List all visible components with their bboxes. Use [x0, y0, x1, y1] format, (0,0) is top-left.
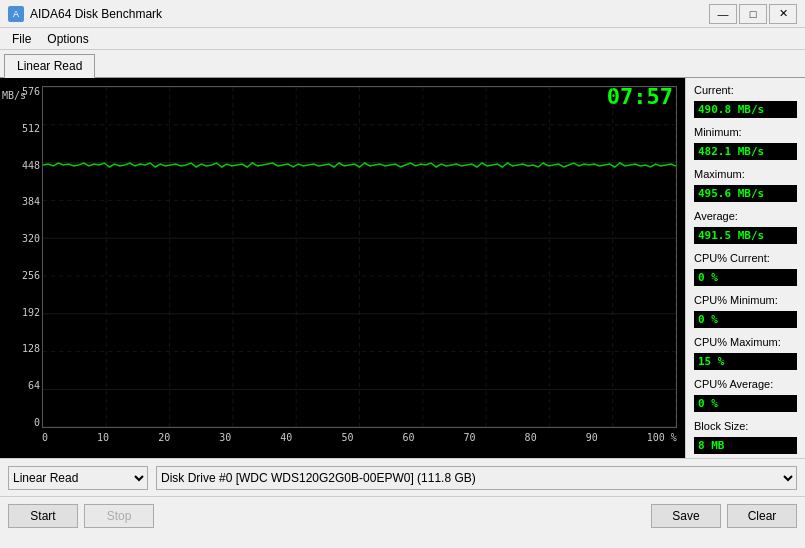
current-value: 490.8 MB/s	[694, 101, 797, 118]
y-label-64: 64	[0, 380, 40, 391]
average-label: Average:	[694, 210, 797, 222]
maximize-button[interactable]: □	[739, 4, 767, 24]
cpu-maximum-label: CPU% Maximum:	[694, 336, 797, 348]
menu-options[interactable]: Options	[39, 30, 96, 48]
x-axis: 0 10 20 30 40 50 60 70 80 90 100 %	[42, 430, 677, 458]
y-label-0: 0	[0, 417, 40, 428]
cpu-minimum-value: 0 %	[694, 311, 797, 328]
test-type-select[interactable]: Linear Read	[8, 466, 148, 490]
y-axis: 576 512 448 384 320 256 192 128 64 0	[0, 78, 42, 428]
main-area: 07:57 MB/s 576 512 448 384 320 256 192 1…	[0, 78, 805, 458]
app-icon: A	[8, 6, 24, 22]
minimize-button[interactable]: —	[709, 4, 737, 24]
y-label-128: 128	[0, 343, 40, 354]
block-size-label: Block Size:	[694, 420, 797, 432]
close-button[interactable]: ✕	[769, 4, 797, 24]
y-label-256: 256	[0, 270, 40, 281]
tab-bar: Linear Read	[0, 50, 805, 78]
block-size-value: 8 MB	[694, 437, 797, 454]
controls-bar: Linear Read Disk Drive #0 [WDC WDS120G2G…	[0, 458, 805, 496]
x-label-10: 10	[97, 432, 109, 443]
disk-select[interactable]: Disk Drive #0 [WDC WDS120G2G0B-00EPW0] (…	[156, 466, 797, 490]
current-label: Current:	[694, 84, 797, 96]
menu-bar: File Options	[0, 28, 805, 50]
y-label-192: 192	[0, 307, 40, 318]
button-bar: Start Stop Save Clear	[0, 496, 805, 534]
x-label-30: 30	[219, 432, 231, 443]
y-label-320: 320	[0, 233, 40, 244]
x-label-90: 90	[586, 432, 598, 443]
window-title: AIDA64 Disk Benchmark	[30, 7, 162, 21]
chart-svg	[43, 87, 676, 427]
save-button[interactable]: Save	[651, 504, 721, 528]
x-label-0: 0	[42, 432, 48, 443]
sidebar: Current: 490.8 MB/s Minimum: 482.1 MB/s …	[685, 78, 805, 458]
x-label-60: 60	[402, 432, 414, 443]
x-label-70: 70	[464, 432, 476, 443]
tab-linear-read[interactable]: Linear Read	[4, 54, 95, 78]
menu-file[interactable]: File	[4, 30, 39, 48]
y-label-512: 512	[0, 123, 40, 134]
x-label-20: 20	[158, 432, 170, 443]
minimum-value: 482.1 MB/s	[694, 143, 797, 160]
stop-button[interactable]: Stop	[84, 504, 154, 528]
maximum-label: Maximum:	[694, 168, 797, 180]
average-value: 491.5 MB/s	[694, 227, 797, 244]
x-label-40: 40	[280, 432, 292, 443]
chart-area: 07:57 MB/s 576 512 448 384 320 256 192 1…	[0, 78, 685, 458]
minimum-label: Minimum:	[694, 126, 797, 138]
cpu-average-value: 0 %	[694, 395, 797, 412]
y-label-576: 576	[0, 86, 40, 97]
y-label-448: 448	[0, 160, 40, 171]
window-controls: — □ ✕	[709, 4, 797, 24]
cpu-maximum-value: 15 %	[694, 353, 797, 370]
x-label-100: 100 %	[647, 432, 677, 443]
title-bar: A AIDA64 Disk Benchmark — □ ✕	[0, 0, 805, 28]
start-button[interactable]: Start	[8, 504, 78, 528]
y-label-384: 384	[0, 196, 40, 207]
chart-grid	[42, 86, 677, 428]
x-label-80: 80	[525, 432, 537, 443]
cpu-average-label: CPU% Average:	[694, 378, 797, 390]
cpu-current-label: CPU% Current:	[694, 252, 797, 264]
x-label-50: 50	[341, 432, 353, 443]
maximum-value: 495.6 MB/s	[694, 185, 797, 202]
cpu-current-value: 0 %	[694, 269, 797, 286]
clear-button[interactable]: Clear	[727, 504, 797, 528]
cpu-minimum-label: CPU% Minimum:	[694, 294, 797, 306]
